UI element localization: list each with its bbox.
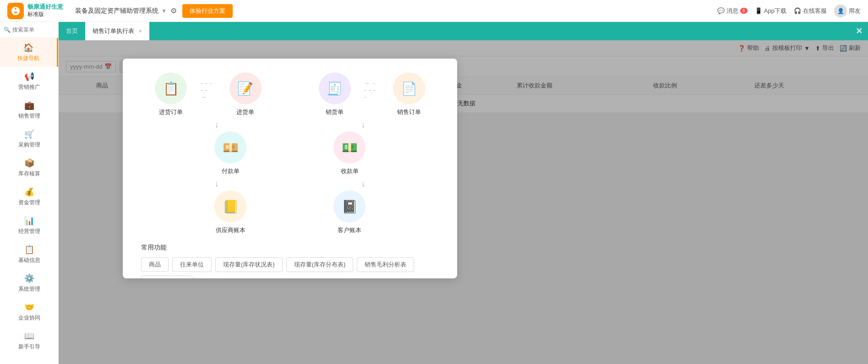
- tab-home[interactable]: 首页: [59, 22, 85, 40]
- sidebar-item-operations[interactable]: 📊 经营管理: [0, 211, 58, 240]
- func-btn-counterpart[interactable]: 往来单位: [172, 257, 212, 272]
- message-icon: 💬: [717, 7, 725, 14]
- wf-node-supplier-ledger: 📒 供应商账本: [201, 190, 260, 234]
- search-input[interactable]: [12, 27, 49, 33]
- func-btn-goods[interactable]: 商品: [141, 257, 169, 272]
- tab-home-label: 首页: [66, 27, 78, 35]
- sidebar-item-basic-info[interactable]: 📋 基础信息: [0, 240, 58, 269]
- sidebar-item-system[interactable]: ⚙️ 系统管理: [0, 269, 58, 298]
- content-area: 首页 销售订单执行表 × ✕ ❓ 帮助: [59, 22, 868, 364]
- sidebar-item-label: 基础信息: [18, 256, 40, 264]
- message-btn[interactable]: 💬 消息 6: [717, 7, 748, 15]
- arrow-purchase-to-bill: - - - - - →: [201, 80, 216, 109]
- sales-bill-label: 销货单: [326, 108, 344, 116]
- basic-info-icon: 📋: [24, 244, 34, 255]
- receipt-label: 收款单: [341, 167, 359, 175]
- sidebar-item-label: 新手引导: [18, 343, 40, 351]
- user-area[interactable]: 👤 用友: [834, 5, 861, 17]
- wf-node-receipt: 💵 收款单: [320, 131, 379, 175]
- spacer-left4: [141, 179, 201, 189]
- sidebar-item-newbie[interactable]: 📖 新手引导: [0, 326, 58, 355]
- settings-icon[interactable]: ⚙: [170, 6, 177, 15]
- sidebar-item-inventory[interactable]: 📦 库存核算: [0, 153, 58, 182]
- online-service-btn[interactable]: 🎧 在线客服: [794, 7, 827, 15]
- sales-order-circle[interactable]: 📄: [393, 72, 425, 104]
- search-row[interactable]: 🔍: [4, 27, 55, 33]
- customer-ledger-label: 客户账本: [338, 226, 361, 234]
- sidebar-item-label: 资金管理: [18, 199, 40, 206]
- app-download-btn[interactable]: 📱 App下载: [755, 7, 786, 15]
- online-service-label: 在线客服: [803, 7, 827, 15]
- tab-sales-order[interactable]: 销售订单执行表 ×: [85, 22, 149, 40]
- top-right-area: 💬 消息 6 📱 App下载 🎧 在线客服 👤 用友: [717, 5, 861, 17]
- receipt-circle[interactable]: 💵: [333, 131, 366, 163]
- func-btn-sales-profit[interactable]: 销售毛利分析表: [357, 257, 414, 272]
- newbie-icon: 📖: [24, 331, 34, 341]
- sales-order-label: 销售订单: [397, 108, 421, 116]
- payment-circle[interactable]: 💴: [214, 131, 246, 163]
- purchase-icon: 🛒: [24, 129, 34, 139]
- wf-node-sales-order: 📄 销售订单: [379, 72, 439, 116]
- spacer-mid4: [233, 179, 324, 189]
- system-icon: ⚙️: [24, 273, 34, 283]
- sidebar-search-area: 🔍: [0, 22, 58, 38]
- func-btn-inventory-status[interactable]: 现存量(库存状况表): [215, 257, 283, 272]
- operations-icon: 📊: [24, 216, 34, 226]
- modal-overlay[interactable]: 📋 进货订单 - - - - - →: [59, 40, 868, 364]
- wf-node-purchase-bill: 📝 进货单: [216, 72, 275, 116]
- top-bar: 畅康通好生意 标准版 装备及固定资产辅助管理系统 ▼ ⚙ 体验行业方案 💬 消息…: [0, 0, 868, 22]
- sidebar-item-quick-nav[interactable]: 🏠 快捷导航: [0, 38, 58, 67]
- arrow-sales-order-to-bill: ← - - - - -: [365, 80, 380, 109]
- main-area: 🔍 🏠 快捷导航 📢 营销推广 💼 销售管理 🛒 采购管理 📦: [0, 22, 868, 364]
- func-btn-goods-profit[interactable]: 商品毛利分析: [141, 276, 192, 278]
- logo-text: 畅康通好生意 标准版: [27, 3, 63, 18]
- marketing-icon: 📢: [24, 71, 34, 81]
- tab-active-label: 销售订单执行表: [93, 27, 134, 35]
- sales-icon: 💼: [24, 100, 34, 110]
- wf-node-payment: 💴 付款单: [201, 131, 260, 175]
- wf-node-customer-ledger: 📓 客户账本: [320, 190, 379, 234]
- message-badge: 6: [740, 8, 748, 14]
- workflow-row-3: 💴 付款单 💵: [141, 131, 439, 175]
- sidebar: 🔍 🏠 快捷导航 📢 营销推广 💼 销售管理 🛒 采购管理 📦: [0, 22, 59, 364]
- workflow-diagram: 📋 进货订单 - - - - - →: [141, 72, 439, 234]
- common-funcs-title: 常用功能: [141, 244, 439, 252]
- app-wrapper: 畅康通好生意 标准版 装备及固定资产辅助管理系统 ▼ ⚙ 体验行业方案 💬 消息…: [0, 0, 868, 364]
- sidebar-item-label: 销售管理: [18, 112, 40, 120]
- avatar: 👤: [834, 5, 847, 17]
- supplier-ledger-circle[interactable]: 📒: [214, 190, 246, 223]
- spacer-mid2: [233, 120, 324, 130]
- sidebar-item-purchase[interactable]: 🛒 采购管理: [0, 125, 58, 153]
- tab-close-icon[interactable]: ×: [139, 28, 142, 34]
- enterprise-icon: 🤝: [24, 302, 34, 312]
- close-all-tabs-icon[interactable]: ✕: [856, 26, 863, 36]
- sidebar-item-marketing[interactable]: 📢 营销推广: [0, 67, 58, 96]
- sales-bill-circle[interactable]: 🧾: [319, 72, 351, 104]
- purchase-bill-circle[interactable]: 📝: [229, 72, 262, 104]
- customer-ledger-circle[interactable]: 📓: [333, 190, 366, 223]
- sidebar-item-label: 经营管理: [18, 228, 40, 235]
- arrow-down-sales: ↓: [347, 120, 379, 130]
- logo-area: 畅康通好生意 标准版: [7, 3, 66, 19]
- system-selector[interactable]: 装备及固定资产辅助管理系统 ▼: [75, 7, 167, 15]
- workflow-row-1: 📋 进货订单 - - - - - →: [141, 72, 439, 116]
- sidebar-item-finance[interactable]: 💰 资金管理: [0, 182, 58, 211]
- spacer-right4: [379, 179, 439, 189]
- wf-node-sales-bill: 🧾 销货单: [305, 72, 365, 116]
- purchase-order-circle[interactable]: 📋: [155, 72, 187, 104]
- sidebar-item-label: 采购管理: [18, 141, 40, 149]
- sidebar-item-enterprise[interactable]: 🤝 企业协同: [0, 298, 58, 326]
- dropdown-arrow-icon: ▼: [161, 8, 167, 14]
- purchase-order-label: 进货订单: [159, 108, 183, 116]
- sidebar-item-label: 系统管理: [18, 285, 40, 293]
- message-label: 消息: [726, 7, 738, 15]
- func-btn-inventory-dist[interactable]: 现存量(库存分布表): [286, 257, 354, 272]
- trial-button[interactable]: 体验行业方案: [182, 4, 233, 18]
- common-functions-section: 常用功能 商品 往来单位 现存量(库存状况表) 现存量(库存分布表) 销售毛利分…: [141, 244, 439, 278]
- func-buttons-row1: 商品 往来单位 现存量(库存状况表) 现存量(库存分布表) 销售毛利分析表 商品…: [141, 257, 439, 278]
- service-icon: 🎧: [794, 7, 801, 14]
- sidebar-item-label: 营销推广: [18, 83, 40, 91]
- sidebar-item-sales[interactable]: 💼 销售管理: [0, 96, 58, 125]
- arrow-down-purchase: ↓: [201, 120, 233, 130]
- sidebar-item-label: 快捷导航: [17, 54, 39, 62]
